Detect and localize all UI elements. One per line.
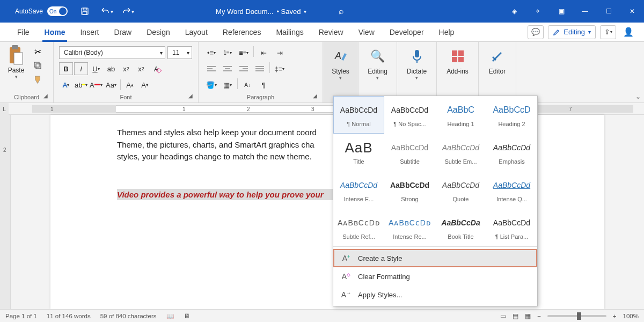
zoom-in-button[interactable]: + bbox=[613, 313, 617, 319]
shrink-font-button[interactable]: A▾ bbox=[138, 78, 152, 91]
align-left-button[interactable] bbox=[204, 62, 219, 75]
highlight-button[interactable]: ab▾ bbox=[74, 78, 88, 91]
tab-insert[interactable]: Insert bbox=[72, 23, 106, 42]
grow-font-button[interactable]: A▴ bbox=[123, 78, 137, 91]
tab-view[interactable]: View bbox=[351, 23, 382, 42]
editing-group-button[interactable]: 🔍 Editing ▾ bbox=[358, 42, 397, 103]
borders-button[interactable]: ▦▾ bbox=[220, 78, 235, 91]
horizontal-ruler[interactable]: L 1 1 2 3 7 bbox=[0, 103, 644, 115]
tab-developer[interactable]: Developer bbox=[382, 23, 431, 42]
create-style-item[interactable]: A+ Create a Style bbox=[333, 249, 537, 267]
redo-icon[interactable]: ▾ bbox=[120, 4, 135, 19]
align-center-button[interactable] bbox=[220, 62, 235, 75]
dictate-button[interactable]: Dictate ▾ bbox=[397, 42, 437, 103]
styles-button[interactable]: A Styles ▾ bbox=[323, 42, 358, 103]
save-icon[interactable] bbox=[77, 4, 92, 19]
autosave-toggle[interactable]: On bbox=[47, 6, 68, 16]
copy-icon[interactable] bbox=[31, 60, 44, 71]
spellcheck-icon[interactable]: 📖 bbox=[166, 312, 174, 320]
style---list-para---[interactable]: AaBbCcDd¶ List Para... bbox=[486, 209, 537, 246]
font-size-combo[interactable]: 11▾ bbox=[167, 46, 192, 59]
zoom-out-button[interactable]: − bbox=[537, 313, 541, 319]
subscript-button[interactable]: x2 bbox=[119, 62, 133, 75]
bold-button[interactable]: B bbox=[59, 62, 73, 75]
superscript-button[interactable]: x2 bbox=[134, 62, 148, 75]
clear-formatting-button[interactable]: A◇ bbox=[149, 62, 163, 75]
web-layout-icon[interactable]: ▦ bbox=[525, 312, 531, 320]
diamond-icon[interactable]: ◈ bbox=[502, 4, 526, 19]
tab-mailings[interactable]: Mailings bbox=[268, 23, 311, 42]
word-count[interactable]: 11 of 146 words bbox=[47, 313, 91, 319]
increase-indent-button[interactable]: ⇥ bbox=[272, 46, 287, 59]
style-heading-1[interactable]: AaBbCHeading 1 bbox=[435, 96, 486, 134]
editing-mode-button[interactable]: Editing ▾ bbox=[548, 25, 596, 39]
style-intense-q---[interactable]: AaBbCcDdIntense Q... bbox=[486, 171, 537, 209]
style-book-title[interactable]: AaBbCcDaBook Title bbox=[435, 209, 486, 246]
style---no-spac---[interactable]: AaBbCcDd¶ No Spac... bbox=[384, 96, 435, 134]
style-quote[interactable]: AaBbCcDdQuote bbox=[435, 171, 486, 209]
cut-icon[interactable]: ✂ bbox=[31, 46, 44, 57]
line-spacing-button[interactable]: ‡≡▾ bbox=[272, 62, 287, 75]
paste-button[interactable]: Paste ▾ bbox=[4, 45, 28, 79]
style-emphasis[interactable]: AaBbCcDdEmphasis bbox=[486, 134, 537, 171]
italic-button[interactable]: I bbox=[74, 62, 88, 75]
sparkle-icon[interactable]: ✧ bbox=[526, 4, 550, 19]
zoom-level[interactable]: 100% bbox=[623, 313, 639, 319]
account-icon[interactable]: 👤 bbox=[620, 25, 636, 39]
undo-icon[interactable]: ▾ bbox=[99, 4, 114, 19]
zoom-slider[interactable] bbox=[547, 315, 606, 317]
format-painter-icon[interactable] bbox=[31, 74, 44, 85]
maximize-button[interactable]: ☐ bbox=[597, 4, 620, 19]
tab-review[interactable]: Review bbox=[311, 23, 351, 42]
bullets-button[interactable]: •≡▾ bbox=[204, 46, 219, 59]
tab-references[interactable]: References bbox=[215, 23, 269, 42]
numbering-button[interactable]: 1≡▾ bbox=[220, 46, 235, 59]
share-button[interactable]: ⇪▾ bbox=[600, 25, 616, 39]
style---normal[interactable]: AaBbCcDd¶ Normal bbox=[333, 96, 384, 134]
tab-layout[interactable]: Layout bbox=[178, 23, 215, 42]
close-button[interactable]: ✕ bbox=[620, 4, 644, 19]
underline-button[interactable]: U▾ bbox=[89, 62, 103, 75]
paragraph-launcher[interactable]: ◢ bbox=[313, 93, 319, 99]
style-subtle-ref---[interactable]: AᴀBʙCᴄDᴅSubtle Ref... bbox=[333, 209, 384, 246]
style-heading-2[interactable]: AaBbCcDHeading 2 bbox=[486, 96, 537, 134]
style-strong[interactable]: AaBbCcDdStrong bbox=[384, 171, 435, 209]
sort-button[interactable]: A↓ bbox=[240, 78, 255, 91]
shading-button[interactable]: 🪣▾ bbox=[204, 78, 219, 91]
font-color-button[interactable]: A▾ bbox=[89, 78, 103, 91]
document-title[interactable]: My Word Docum... bbox=[216, 8, 273, 16]
tab-design[interactable]: Design bbox=[139, 23, 178, 42]
multilevel-button[interactable]: ≣≡▾ bbox=[236, 46, 251, 59]
minimize-button[interactable]: ― bbox=[573, 4, 597, 19]
font-family-combo[interactable]: Calibri (Body)▾ bbox=[59, 46, 165, 59]
style-subtitle[interactable]: AaBbCcDdSubtitle bbox=[384, 134, 435, 171]
tab-help[interactable]: Help bbox=[431, 23, 462, 42]
editor-button[interactable]: Editor bbox=[479, 42, 516, 103]
tab-draw[interactable]: Draw bbox=[106, 23, 139, 42]
style-title[interactable]: AaBTitle bbox=[333, 134, 384, 171]
show-marks-button[interactable]: ¶ bbox=[256, 78, 271, 91]
tab-file[interactable]: File bbox=[10, 23, 37, 42]
decrease-indent-button[interactable]: ⇤ bbox=[256, 46, 271, 59]
clear-formatting-item[interactable]: A◇ Clear Formatting bbox=[333, 267, 537, 286]
justify-button[interactable] bbox=[252, 62, 267, 75]
style-intense-re---[interactable]: AᴀBʙCᴄDᴅIntense Re... bbox=[384, 209, 435, 246]
style-subtle-em---[interactable]: AaBbCcDdSubtle Em... bbox=[435, 134, 486, 171]
focus-mode-icon[interactable]: ▭ bbox=[500, 312, 506, 320]
collapse-ribbon-icon[interactable]: ⌄ bbox=[635, 93, 641, 100]
search-icon[interactable]: ⌕ bbox=[339, 6, 344, 16]
style-intense-e---[interactable]: AaBbCcDdIntense E... bbox=[333, 171, 384, 209]
font-launcher[interactable]: ◢ bbox=[188, 93, 195, 99]
strikethrough-button[interactable]: ab bbox=[104, 62, 118, 75]
accessibility-icon[interactable]: 🖥 bbox=[184, 313, 190, 319]
chevron-down-icon[interactable]: ▾ bbox=[304, 9, 306, 14]
window-overlay-icon[interactable]: ▣ bbox=[550, 4, 573, 19]
change-case-button[interactable]: Aa▾ bbox=[104, 78, 118, 91]
addins-button[interactable]: Add-ins bbox=[437, 42, 479, 103]
apply-styles-item[interactable]: A→ Apply Styles... bbox=[333, 286, 537, 304]
comments-button[interactable]: 💬 bbox=[528, 25, 544, 39]
print-layout-icon[interactable]: ▤ bbox=[513, 312, 518, 320]
tab-home[interactable]: Home bbox=[37, 23, 73, 42]
text-effects-button[interactable]: A▾ bbox=[59, 78, 73, 91]
vertical-ruler[interactable]: 2 bbox=[0, 115, 11, 309]
